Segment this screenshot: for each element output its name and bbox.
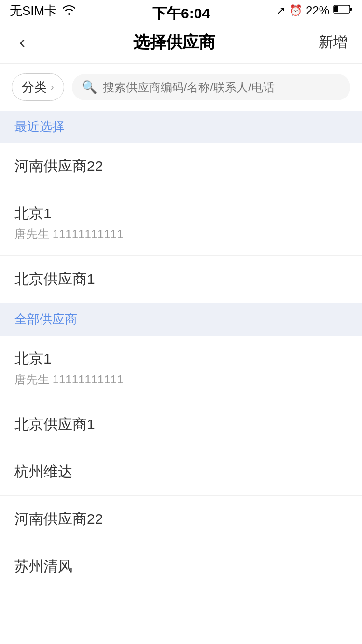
list-item[interactable]: 河南供应商22: [0, 496, 362, 543]
chevron-right-icon: ›: [51, 82, 54, 93]
item-sub: 唐先生 11111111111: [14, 226, 348, 242]
list-item[interactable]: 北京供应商1: [0, 401, 362, 448]
all-section-header: 全部供应商: [0, 303, 362, 336]
search-box: 🔍: [72, 74, 350, 100]
list-item[interactable]: 河南供应商22: [0, 143, 362, 190]
item-name: 河南供应商22: [14, 509, 348, 529]
search-icon: 🔍: [82, 80, 97, 95]
battery-label: 22%: [306, 4, 329, 17]
item-name: 杭州维达: [14, 462, 348, 482]
status-time: 下午6:04: [152, 4, 210, 24]
list-item[interactable]: 杭州维达: [0, 448, 362, 496]
search-input[interactable]: [103, 81, 341, 94]
item-name: 北京1: [14, 204, 348, 224]
nav-bar: ‹ 选择供应商 新增: [0, 21, 362, 64]
category-button[interactable]: 分类 ›: [12, 73, 64, 101]
all-list: 北京1唐先生 11111111111北京供应商1杭州维达河南供应商22苏州清风: [0, 336, 362, 590]
add-button[interactable]: 新增: [319, 32, 348, 52]
list-item[interactable]: 北京1唐先生 11111111111: [0, 336, 362, 401]
recent-section-label: 最近选择: [14, 119, 65, 134]
recent-list: 河南供应商22北京1唐先生 11111111111北京供应商1: [0, 143, 362, 303]
battery-icon: [333, 4, 352, 17]
carrier-label: 无SIM卡: [10, 2, 57, 19]
item-name: 河南供应商22: [14, 156, 348, 176]
status-bar: 无SIM卡 下午6:04 ↗ ⏰ 22%: [0, 0, 362, 21]
list-item[interactable]: 苏州清风: [0, 543, 362, 590]
svg-rect-2: [334, 6, 338, 12]
item-name: 苏州清风: [14, 557, 348, 576]
item-name: 北京1: [14, 349, 348, 369]
item-name: 北京供应商1: [14, 415, 348, 434]
item-name: 北京供应商1: [14, 269, 348, 289]
category-label: 分类: [22, 79, 47, 96]
svg-rect-1: [350, 8, 352, 11]
item-sub: 唐先生 11111111111: [14, 372, 348, 387]
wifi-icon: [62, 3, 76, 18]
status-right: ↗ ⏰ 22%: [277, 4, 352, 17]
back-button[interactable]: ‹: [14, 28, 30, 57]
recent-section-header: 最近选择: [0, 111, 362, 143]
list-item[interactable]: 北京1唐先生 11111111111: [0, 190, 362, 256]
all-section-label: 全部供应商: [14, 312, 77, 326]
list-item[interactable]: 北京供应商1: [0, 256, 362, 303]
location-icon: ↗: [277, 4, 285, 17]
filter-bar: 分类 › 🔍: [0, 64, 362, 111]
status-left: 无SIM卡: [10, 2, 76, 19]
page-title: 选择供应商: [133, 31, 215, 54]
alarm-icon: ⏰: [289, 4, 302, 17]
